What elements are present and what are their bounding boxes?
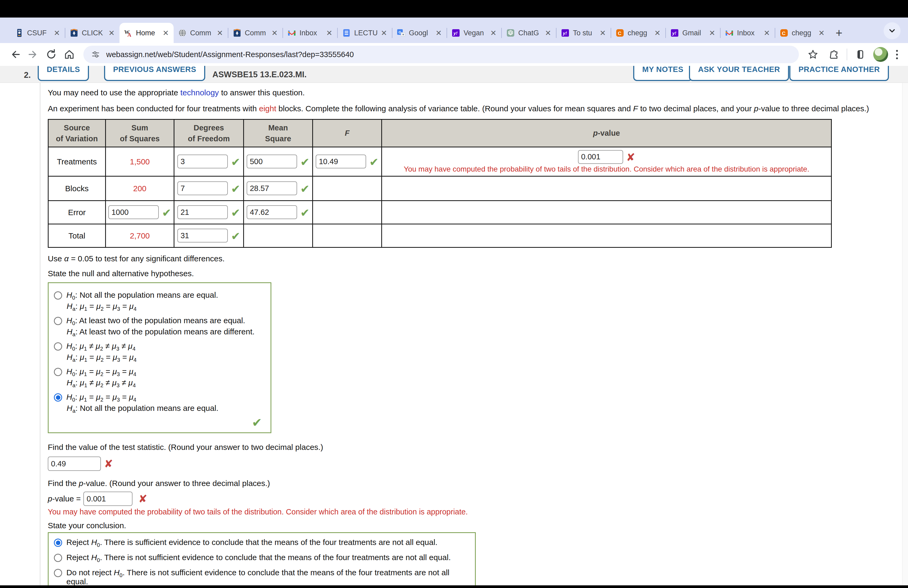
radio-button[interactable]	[54, 292, 62, 300]
test-statistic-input[interactable]	[48, 456, 101, 471]
profile-avatar[interactable]	[873, 47, 888, 62]
conclusion-option-1[interactable]: Reject H0. There is sufficient evidence …	[53, 535, 470, 549]
browser-tab-comm[interactable]: Comm✕	[174, 23, 228, 43]
tab-search-chevron[interactable]	[884, 22, 901, 39]
close-icon[interactable]: ✕	[216, 29, 224, 37]
close-icon[interactable]: ✕	[271, 29, 278, 37]
radio-button[interactable]	[54, 368, 62, 376]
browser-tab-csuf[interactable]: CSUF✕	[11, 23, 65, 43]
window-top-bar	[0, 0, 908, 18]
practice-another-button[interactable]: PRACTICE ANOTHER	[789, 66, 889, 81]
p-value-input[interactable]	[84, 491, 132, 506]
tab-title: Vegan	[464, 29, 487, 37]
browser-tab-googl[interactable]: G✦Googl✕	[393, 23, 447, 43]
tab-title: ChatG	[518, 29, 541, 37]
radio-button[interactable]	[54, 317, 62, 325]
radio-button[interactable]	[54, 342, 62, 351]
page-scrollbar[interactable]	[902, 83, 908, 588]
browser-tab-lectu[interactable]: LECTU✕	[338, 23, 392, 43]
blocks-ms-input[interactable]	[246, 181, 297, 195]
bookmark-star-icon[interactable]	[805, 47, 821, 62]
tab-title: Comm	[245, 29, 268, 37]
tab-title: CSUF	[27, 29, 50, 37]
blocks-df-input[interactable]	[177, 181, 228, 195]
chegg-icon: C	[779, 28, 789, 37]
hypothesis-option-4[interactable]: H0: μ1 = μ2 = μ3 = μ4Ha: μ1 ≠ μ2 ≠ μ3 ≠ …	[53, 364, 266, 390]
close-icon[interactable]: ✕	[490, 29, 497, 37]
hypothesis-option-1[interactable]: H0: Not all the population means are equ…	[53, 288, 266, 313]
radio-button[interactable]	[54, 554, 62, 562]
hypothesis-option-3[interactable]: H0: μ1 ≠ μ2 ≠ μ3 ≠ μ4Ha: μ1 = μ2 = μ3 = …	[53, 339, 266, 364]
total-df-input[interactable]	[177, 229, 228, 242]
close-icon[interactable]: ✕	[544, 29, 552, 37]
browser-tab-gmail[interactable]: y!Gmail✕	[666, 23, 720, 43]
menu-kebab-icon[interactable]	[894, 50, 901, 59]
treatments-df-input[interactable]	[177, 155, 228, 168]
browser-tab-click[interactable]: CLICK✕	[65, 23, 119, 43]
browser-tab-strip: CSUF✕CLICK✕WAHome✕Comm✕Comm✕Inbox✕LECTU✕…	[0, 18, 908, 43]
error-ms-input[interactable]	[246, 205, 297, 219]
side-panel-icon[interactable]	[853, 47, 868, 62]
radio-button[interactable]	[54, 393, 62, 401]
svg-text:C: C	[618, 31, 621, 36]
close-icon[interactable]: ✕	[599, 29, 606, 37]
browser-tab-chegg[interactable]: Cchegg✕	[611, 23, 665, 43]
row-label: Error	[48, 201, 106, 224]
previous-answers-button[interactable]: PREVIOUS ANSWERS	[104, 66, 205, 81]
my-notes-button[interactable]: MY NOTES	[633, 66, 692, 81]
tab-title: CLICK	[82, 29, 105, 37]
anova-table: Sourceof Variation Sumof Squares Degrees…	[48, 119, 832, 248]
browser-tab-inbox[interactable]: Inbox✕	[721, 23, 775, 43]
close-icon[interactable]: ✕	[654, 29, 661, 37]
browser-tab-chatg[interactable]: ChatG✕	[502, 23, 556, 43]
site-info-icon[interactable]	[90, 49, 101, 60]
address-bar[interactable]: webassign.net/web/Student/Assignment-Res…	[84, 46, 799, 63]
forward-button[interactable]	[26, 47, 41, 62]
treatments-p-input[interactable]	[578, 150, 623, 164]
hypothesis-option-2[interactable]: H0: At least two of the population means…	[53, 313, 266, 339]
details-button[interactable]: DETAILS	[38, 66, 89, 81]
error-ss-input[interactable]	[108, 205, 159, 219]
home-button[interactable]	[61, 47, 77, 62]
browser-tab-to-stu[interactable]: y!To stu✕	[557, 23, 611, 43]
radio-button[interactable]	[54, 539, 62, 547]
tab-title: To stu	[573, 29, 596, 37]
yahoo-icon: y!	[670, 28, 679, 37]
screen: CSUF✕CLICK✕WAHome✕Comm✕Comm✕Inbox✕LECTU✕…	[0, 0, 908, 588]
hypothesis-option-5[interactable]: H0: μ1 = μ2 = μ3 = μ4Ha: Not all the pop…	[53, 390, 266, 416]
option-h0-text: H0: μ1 ≠ μ2 ≠ μ3 ≠ μ4	[66, 342, 135, 351]
correct-icon: ✔	[162, 207, 171, 219]
close-icon[interactable]: ✕	[108, 29, 115, 37]
yahoo-icon: y!	[451, 28, 460, 37]
row-label: Treatments	[48, 147, 106, 176]
hypotheses-label: State the null and alternative hypothese…	[48, 269, 897, 278]
ask-your-teacher-button[interactable]: ASK YOUR TEACHER	[689, 66, 789, 81]
back-button[interactable]	[7, 47, 23, 62]
reload-button[interactable]	[43, 47, 59, 62]
browser-tab-comm[interactable]: Comm✕	[228, 23, 282, 43]
browser-tab-vegan[interactable]: y!Vegan✕	[447, 23, 501, 43]
close-icon[interactable]: ✕	[53, 29, 61, 37]
conclusion-option-2[interactable]: Reject H0. There is not sufficient evide…	[53, 550, 470, 564]
new-tab-button[interactable]: +	[832, 26, 847, 40]
close-icon[interactable]: ✕	[326, 29, 333, 37]
error-df-input[interactable]	[177, 205, 228, 219]
radio-button[interactable]	[54, 569, 62, 577]
col-header-p-value: p-value	[382, 119, 832, 147]
extensions-icon[interactable]	[826, 47, 841, 62]
conclusion-option-3[interactable]: Do not reject H0. There is not sufficien…	[53, 565, 470, 588]
technology-link[interactable]: technology	[180, 88, 219, 97]
close-icon[interactable]: ✕	[818, 29, 825, 37]
treatments-f-input[interactable]	[316, 155, 366, 168]
close-icon[interactable]: ✕	[380, 29, 388, 37]
close-icon[interactable]: ✕	[763, 29, 771, 37]
treatments-ms-input[interactable]	[246, 155, 297, 168]
question-panel: You may need to use the appropriate tech…	[40, 83, 908, 588]
browser-tab-home[interactable]: WAHome✕	[119, 23, 174, 43]
browser-tab-inbox[interactable]: Inbox✕	[283, 23, 337, 43]
close-icon[interactable]: ✕	[162, 29, 169, 37]
close-icon[interactable]: ✕	[708, 29, 716, 37]
close-icon[interactable]: ✕	[435, 29, 442, 37]
yahoo-icon: y!	[561, 28, 570, 37]
browser-tab-chegg[interactable]: Cchegg✕	[775, 23, 829, 43]
